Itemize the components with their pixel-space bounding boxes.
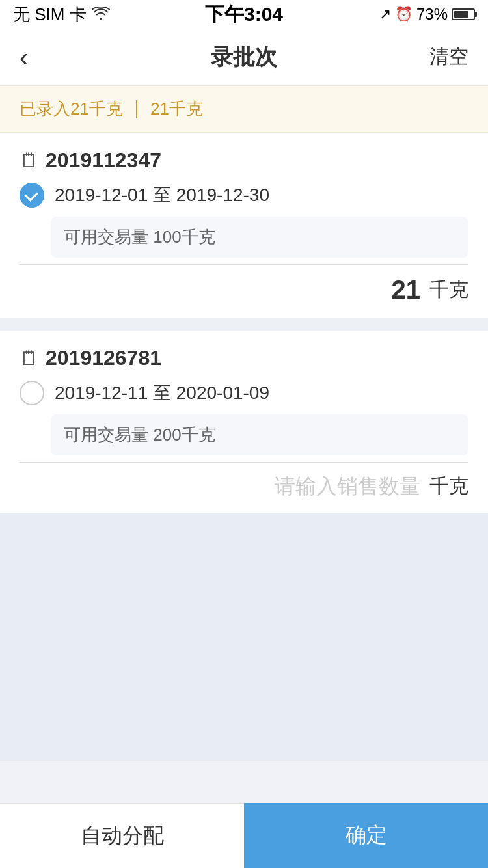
nav-bar: ‹ 录批次 清空 — [0, 29, 488, 86]
batch-item-1: 🗒 2019112347 2019-12-01 至 2019-12-30 可用交… — [0, 133, 488, 318]
batch-2-date: 2019-12-11 至 2020-01-09 — [55, 381, 269, 405]
batch-1-id: 2019112347 — [46, 148, 161, 172]
auto-distribute-button[interactable]: 自动分配 — [0, 803, 244, 868]
batch-1-row[interactable]: 2019-12-01 至 2019-12-30 — [0, 179, 488, 214]
batch-item-2: 🗒 2019126781 2019-12-11 至 2020-01-09 可用交… — [0, 331, 488, 513]
location-icon: ↗ — [379, 6, 391, 23]
info-divider — [136, 100, 137, 118]
clear-button[interactable]: 清空 — [429, 44, 468, 70]
total-quantity: 21千克 — [150, 98, 203, 120]
status-right: ↗ ⏰ 73% — [379, 5, 475, 23]
recorded-quantity: 已录入21千克 — [20, 98, 123, 120]
batch-1-header: 🗒 2019112347 — [0, 133, 488, 179]
batch-2-radio[interactable] — [20, 381, 44, 405]
battery-label: 73% — [416, 5, 448, 23]
main-content: 已录入21千克 21千克 🗒 2019112347 2019-12-01 至 2… — [0, 86, 488, 826]
empty-area — [0, 513, 488, 761]
status-bar: 无 SIM 卡 下午3:04 ↗ ⏰ 73% — [0, 0, 488, 29]
wifi-icon — [92, 5, 110, 25]
batch-1-radio[interactable] — [20, 183, 44, 208]
batch-2-quantity-input[interactable] — [159, 474, 420, 498]
batch-2-icon: 🗒 — [20, 347, 39, 370]
confirm-button[interactable]: 确定 — [244, 803, 488, 868]
batch-1-quantity-row: 21 千克 — [0, 265, 488, 318]
batch-2-header: 🗒 2019126781 — [0, 331, 488, 377]
batch-2-quantity-row: 千克 — [0, 463, 488, 513]
batch-1-icon: 🗒 — [20, 150, 39, 172]
bottom-buttons: 自动分配 确定 — [0, 803, 488, 868]
status-time: 下午3:04 — [205, 1, 283, 28]
batch-2-row[interactable]: 2019-12-11 至 2020-01-09 — [0, 377, 488, 412]
info-bar: 已录入21千克 21千克 — [0, 86, 488, 133]
batch-2-available: 可用交易量 200千克 — [51, 414, 468, 455]
battery-icon — [452, 8, 475, 20]
alarm-icon: ⏰ — [395, 6, 413, 23]
status-left: 无 SIM 卡 — [13, 3, 110, 26]
batch-1-available: 可用交易量 100千克 — [51, 217, 468, 258]
back-button[interactable]: ‹ — [20, 44, 28, 70]
section-divider — [0, 318, 488, 331]
batch-1-quantity-unit: 千克 — [429, 277, 468, 303]
batch-1-quantity-value: 21 — [392, 275, 421, 305]
batch-1-date: 2019-12-01 至 2019-12-30 — [55, 183, 269, 208]
batch-2-quantity-unit: 千克 — [429, 473, 468, 500]
page-title: 录批次 — [211, 42, 277, 72]
batch-2-id: 2019126781 — [46, 346, 161, 370]
carrier-label: 无 SIM 卡 — [13, 3, 87, 26]
